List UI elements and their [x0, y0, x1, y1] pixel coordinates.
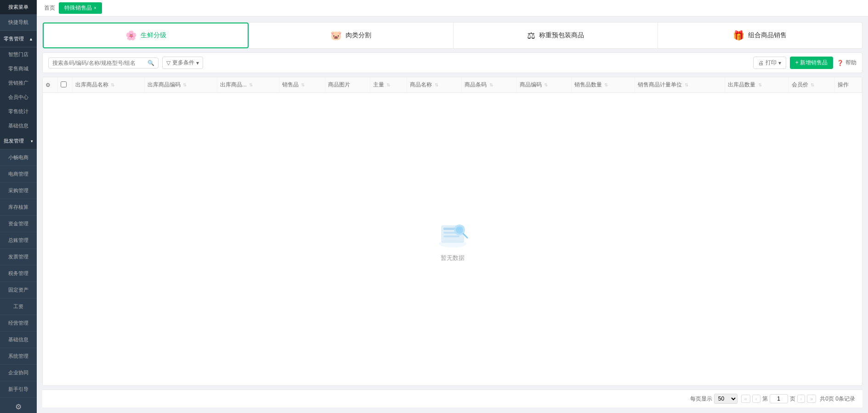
col-sales-goods[interactable]: 销售品 ⇅	[279, 77, 325, 93]
fresh-grade-label: 生鲜分级	[141, 31, 166, 40]
col-main-weight[interactable]: 主量 ⇅	[370, 77, 407, 93]
col-member-price[interactable]: 会员价 ⇅	[789, 77, 834, 93]
sort-icon: ⇅	[386, 82, 390, 87]
svg-point-6	[456, 226, 463, 234]
active-tab[interactable]: 特殊销售品 ×	[59, 2, 102, 14]
col-sales-qty-unit[interactable]: 销售商品计量单位 ⇅	[635, 77, 725, 93]
sidebar-item-retail-mgmt[interactable]: 零售管理 ▲	[0, 31, 37, 47]
col-checkbox[interactable]	[57, 77, 72, 93]
print-icon: 🖨	[758, 60, 764, 66]
sidebar-item-retail-mall[interactable]: 零售商城	[0, 62, 37, 76]
sidebar-item-tax-mgmt[interactable]: 税务管理	[0, 265, 37, 282]
sidebar-item-settings[interactable]: ⚙	[0, 398, 37, 413]
page-size-select[interactable]: 10 20 50 100	[714, 394, 738, 404]
meat-cut-icon: 🐷	[330, 30, 342, 41]
sidebar-item-smart-store[interactable]: 智慧门店	[0, 47, 37, 62]
sidebar-item-basic-info[interactable]: 基础信息	[0, 119, 37, 133]
sidebar-item-company-coop[interactable]: 企业协同	[0, 365, 37, 381]
print-button[interactable]: 🖨 打印 ▾	[753, 57, 786, 69]
page-navigation: « ‹ 第 页 › »	[741, 394, 817, 403]
add-button[interactable]: + 新增销售品	[790, 57, 833, 69]
table-header-row: ⚙ 出库商品名称 ⇅ 出库商品编码 ⇅	[43, 77, 862, 93]
sidebar-item-member-center[interactable]: 会员中心	[0, 90, 37, 104]
col-settings[interactable]: ⚙	[43, 77, 57, 93]
sidebar-item-mini-ecom[interactable]: 小畅电商	[0, 149, 37, 166]
col-goods-code[interactable]: 商品编码 ⇅	[516, 77, 571, 93]
empty-icon	[434, 216, 471, 248]
sidebar-item-fixed-assets[interactable]: 固定资产	[0, 282, 37, 298]
table-container: ⚙ 出库商品名称 ⇅ 出库商品编码 ⇅	[42, 77, 862, 386]
last-page-button[interactable]: »	[807, 395, 816, 403]
total-count: 共0页 0条记录	[820, 395, 855, 403]
sidebar-item-inventory[interactable]: 库存核算	[0, 199, 37, 216]
meat-cut-label: 肉类分割	[346, 31, 371, 40]
col-out-goods-name[interactable]: 出库商品名称 ⇅	[72, 77, 145, 93]
sort-icon: ⇅	[811, 82, 814, 87]
col-out-goods-code[interactable]: 出库商品编码 ⇅	[145, 77, 217, 93]
search-input[interactable]	[52, 60, 146, 66]
sidebar-item-ecom-mgmt[interactable]: 电商管理	[0, 166, 37, 183]
topbar: 首页 特殊销售品 ×	[37, 0, 868, 17]
first-page-button[interactable]: «	[741, 395, 750, 403]
sort-icon: ⇅	[758, 82, 762, 87]
col-goods-barcode[interactable]: 商品条码 ⇅	[462, 77, 516, 93]
prev-page-button[interactable]: ‹	[752, 395, 760, 403]
sort-icon: ⇅	[301, 82, 305, 87]
main-content: 首页 特殊销售品 × 🌸 生鲜分级 🐷 肉类分割 ⚖ 称重预包装商品 🎁 组合商…	[37, 0, 868, 413]
toolbar-right: 🖨 打印 ▾ + 新增销售品 ❓ 帮助	[753, 57, 857, 69]
col-out-qty[interactable]: 出库品数量 ⇅	[725, 77, 789, 93]
sidebar-item-ops-mgmt[interactable]: 经营管理	[0, 315, 37, 332]
help-button[interactable]: ❓ 帮助	[837, 59, 857, 67]
page-size-selector: 每页显示 10 20 50 100	[690, 394, 738, 404]
empty-state: 暂无数据	[43, 93, 862, 385]
toolbar-left: 🔍 ▽ 更多条件 ▾	[48, 57, 203, 69]
help-icon: ❓	[837, 60, 844, 66]
sidebar-item-sales-promo[interactable]: 营销推广	[0, 76, 37, 90]
close-tab-button[interactable]: ×	[94, 6, 96, 11]
sidebar-item-quick-nav[interactable]: 快捷导航	[0, 14, 37, 31]
filter-button[interactable]: ▽ 更多条件 ▾	[162, 57, 203, 69]
wholesale-mgmt-arrow: ▾	[31, 139, 33, 143]
sidebar-item-purchase-mgmt[interactable]: 采购管理	[0, 183, 37, 199]
breadcrumb-home[interactable]: 首页	[44, 4, 55, 12]
sidebar-item-wholesale-mgmt[interactable]: 批发管理 ▾	[0, 133, 37, 149]
col-out-goods-extra[interactable]: 出库商品... ⇅	[217, 77, 279, 93]
fresh-grade-icon: 🌸	[125, 30, 137, 41]
cat-tab-fresh-grade[interactable]: 🌸 生鲜分级	[43, 23, 249, 48]
retail-mgmt-arrow: ▲	[29, 37, 33, 41]
next-page-button[interactable]: ›	[797, 395, 806, 403]
col-goods-name[interactable]: 商品名称 ⇅	[407, 77, 462, 93]
select-all-checkbox[interactable]	[61, 81, 67, 87]
sidebar-item-retail-stats[interactable]: 零售统计	[0, 104, 37, 119]
sidebar-item-finance-mgmt[interactable]: 资金管理	[0, 216, 37, 232]
sort-icon: ⇅	[183, 82, 187, 87]
col-sales-qty[interactable]: 销售品数量 ⇅	[571, 77, 635, 93]
filter-arrow-icon: ▾	[196, 60, 199, 66]
combo-sales-label: 组合商品销售	[748, 31, 787, 40]
search-box[interactable]: 🔍	[48, 57, 159, 69]
data-table: ⚙ 出库商品名称 ⇅ 出库商品编码 ⇅	[43, 77, 862, 93]
search-icon[interactable]: 🔍	[148, 60, 154, 66]
svg-rect-4	[443, 235, 460, 237]
content-area: 🌸 生鲜分级 🐷 肉类分割 ⚖ 称重预包装商品 🎁 组合商品销售 🔍	[37, 17, 868, 413]
active-tab-label: 特殊销售品	[64, 4, 92, 12]
sidebar-item-payroll[interactable]: 工资	[0, 298, 37, 315]
toolbar: 🔍 ▽ 更多条件 ▾ 🖨 打印 ▾ + 新增销售品 ❓	[42, 52, 862, 73]
sort-icon: ⇅	[435, 82, 438, 87]
sidebar-item-invoice-mgmt[interactable]: 发票管理	[0, 249, 37, 265]
combo-sales-icon: 🎁	[733, 30, 744, 41]
category-tabs: 🌸 生鲜分级 🐷 肉类分割 ⚖ 称重预包装商品 🎁 组合商品销售	[42, 22, 862, 49]
cat-tab-combo-sales[interactable]: 🎁 组合商品销售	[658, 23, 862, 48]
sidebar-item-sys-mgmt[interactable]: 系统管理	[0, 348, 37, 365]
page-number-input[interactable]	[770, 394, 788, 403]
cat-tab-weight-pack[interactable]: ⚖ 称重预包装商品	[454, 23, 658, 48]
weight-pack-icon: ⚖	[527, 30, 535, 41]
cat-tab-meat-cut[interactable]: 🐷 肉类分割	[249, 23, 453, 48]
sidebar-item-general-ledger[interactable]: 总账管理	[0, 232, 37, 249]
col-operation: 操作	[834, 77, 862, 93]
sort-icon: ⇅	[489, 82, 493, 87]
sidebar-item-new-guide[interactable]: 新手引导	[0, 381, 37, 398]
sidebar: 搜索菜单 快捷导航 零售管理 ▲ 智慧门店 零售商城 营销推广 会员中心 零售统…	[0, 0, 37, 413]
sort-icon: ⇅	[685, 82, 688, 87]
sidebar-item-basic-info2[interactable]: 基础信息	[0, 332, 37, 348]
